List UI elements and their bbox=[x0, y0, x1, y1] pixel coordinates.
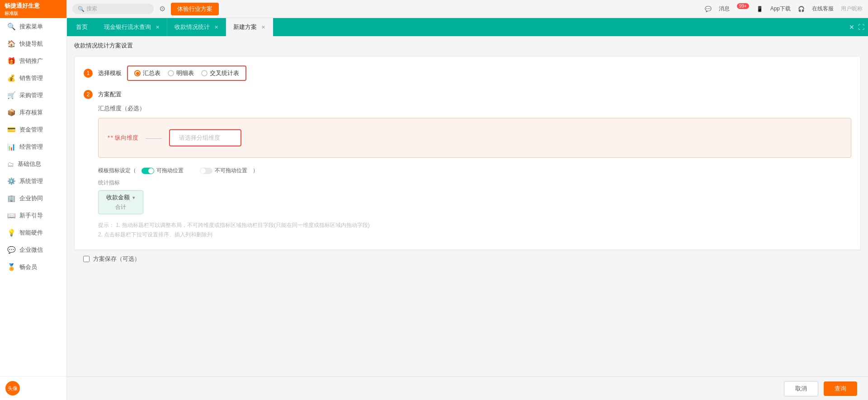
download-label[interactable]: App下载 bbox=[770, 5, 791, 13]
member-icon: 🏅 bbox=[7, 263, 16, 271]
metrics-label: 统计指标 bbox=[98, 179, 851, 187]
toggle-draggable-label: 可拖动位置 bbox=[156, 167, 184, 174]
sidebar-item-inventory[interactable]: 📦库存核算 bbox=[0, 104, 66, 121]
metric-card-label: 收款金额 bbox=[106, 193, 130, 202]
sidebar-item-guide[interactable]: 📖新手引导 bbox=[0, 207, 66, 224]
step1-badge: 1 bbox=[84, 69, 93, 78]
step2-row: 2 方案配置 bbox=[84, 90, 851, 99]
wechat-icon: 💬 bbox=[7, 246, 16, 254]
tab-receipt-stats-label: 收款情况统计 bbox=[175, 23, 210, 31]
tab-bar-right: ✕ ⛶ bbox=[849, 24, 868, 31]
smart-hw-icon: 💡 bbox=[7, 229, 16, 237]
sidebar-item-finance[interactable]: 💳资金管理 bbox=[0, 121, 66, 138]
sidebar-item-label: 企业协同 bbox=[19, 194, 43, 202]
sidebar-item-wechat[interactable]: 💬企业微信 bbox=[0, 241, 66, 259]
service-label[interactable]: 在线客服 bbox=[812, 5, 834, 13]
vertical-dim-select[interactable]: 请选择分组维度 bbox=[169, 129, 241, 146]
toggle-draggable[interactable]: 可拖动位置 bbox=[142, 167, 184, 174]
tab-home-label: 首页 bbox=[76, 23, 88, 31]
basic-info-icon: 🗂 bbox=[7, 160, 14, 168]
main-area: 🔍 搜索 ⚙ 体验行业方案 💬 消息 99+ 📱 App下载 🎧 在线客服 用户… bbox=[67, 0, 868, 400]
quick-nav-icon: 🏠 bbox=[7, 40, 16, 48]
tab-expand-icon[interactable]: ⛶ bbox=[858, 24, 864, 31]
logo-text: 畅捷通好生意 bbox=[5, 2, 40, 10]
radio-crosstab-label: 交叉统计表 bbox=[210, 69, 239, 77]
tips-section: 提示： 1. 拖动标题栏可以调整布局，不可跨维度或指标区域拖动栏目字段(只能在同… bbox=[98, 221, 851, 239]
logo-sub: 标准版 bbox=[5, 10, 40, 17]
radio-detail[interactable]: 明细表 bbox=[168, 69, 194, 77]
topbar-search[interactable]: 🔍 搜索 bbox=[72, 4, 154, 14]
sidebar-item-label: 资金管理 bbox=[19, 126, 43, 134]
metrics-section: 统计指标 收款金额 ▾ 合计 bbox=[98, 179, 851, 214]
message-label: 消息 bbox=[719, 5, 730, 13]
metric-card-receipt[interactable]: 收款金额 ▾ 合计 bbox=[98, 190, 143, 214]
chevron-down-icon: ▾ bbox=[132, 195, 135, 201]
sales-icon: 💰 bbox=[7, 74, 16, 82]
cancel-button[interactable]: 取消 bbox=[784, 381, 818, 396]
sidebar-item-operations[interactable]: 📊经营管理 bbox=[0, 138, 66, 155]
download-icon: 📱 bbox=[756, 6, 763, 12]
step1-row: 1 选择模板 汇总表 明细表 交叉统计表 bbox=[84, 66, 851, 81]
finance-icon: 💳 bbox=[7, 126, 16, 134]
sidebar-item-search-menu[interactable]: 🔍搜索菜单 bbox=[0, 18, 66, 35]
sidebar-item-label: 企业微信 bbox=[19, 246, 43, 254]
radio-summary[interactable]: 汇总表 bbox=[134, 69, 160, 77]
sidebar-item-member[interactable]: 🏅畅会员 bbox=[0, 259, 66, 276]
tab-new-plan[interactable]: 新建方案 ✕ bbox=[226, 18, 273, 36]
toggle-nondraggable[interactable]: 不可拖动位置 bbox=[200, 167, 247, 174]
tab-bank-flow-label: 现金银行流水查询 bbox=[104, 23, 151, 31]
metric-card-sub: 合计 bbox=[115, 203, 126, 211]
metrics-separator bbox=[189, 167, 194, 174]
sidebar-item-system[interactable]: ⚙️系统管理 bbox=[0, 173, 66, 190]
metric-card-header: 收款金额 ▾ bbox=[106, 193, 135, 202]
sidebar-bottom: 头像 bbox=[0, 376, 66, 400]
tab-bank-flow-close[interactable]: ✕ bbox=[156, 24, 160, 30]
sidebar-item-basic-info[interactable]: 🗂基础信息 bbox=[0, 155, 66, 173]
enterprise-icon: 🏢 bbox=[7, 194, 16, 202]
search-icon: 🔍 bbox=[78, 6, 85, 12]
tab-new-plan-close[interactable]: ✕ bbox=[261, 24, 265, 30]
action-button[interactable]: 体验行业方案 bbox=[171, 3, 219, 15]
sidebar-item-label: 智能硬件 bbox=[19, 229, 43, 237]
purchase-icon: 🛒 bbox=[7, 91, 16, 99]
sidebar-item-label: 畅会员 bbox=[19, 263, 37, 271]
settings-box: 1 选择模板 汇总表 明细表 交叉统计表 bbox=[74, 56, 861, 250]
guide-icon: 📖 bbox=[7, 212, 16, 220]
operations-icon: 📊 bbox=[7, 143, 16, 151]
sidebar-logo: 畅捷通好生意 标准版 bbox=[0, 0, 66, 18]
step2-content: 汇总维度（必选） ** 纵向维度 —— 请选择分组维度 模板指标设定（ 可拖动位… bbox=[98, 104, 851, 239]
tab-home[interactable]: 首页 bbox=[67, 18, 97, 36]
sidebar-item-smart-hw[interactable]: 💡智能硬件 bbox=[0, 224, 66, 241]
toggle-draggable-dot bbox=[142, 168, 154, 174]
radio-summary-dot bbox=[134, 70, 141, 76]
tab-bank-flow[interactable]: 现金银行流水查询 ✕ bbox=[97, 18, 167, 36]
sidebar-item-enterprise[interactable]: 🏢企业协同 bbox=[0, 190, 66, 207]
metrics-config-close: ） bbox=[253, 167, 258, 174]
vertical-dim-label: ** 纵向维度 bbox=[108, 134, 138, 142]
save-label: 方案保存（可选） bbox=[93, 255, 140, 263]
save-checkbox[interactable] bbox=[83, 256, 90, 262]
sidebar-item-quick-nav[interactable]: 🏠快捷导航 bbox=[0, 35, 66, 52]
tab-new-plan-label: 新建方案 bbox=[233, 23, 257, 31]
search-placeholder: 搜索 bbox=[86, 5, 97, 13]
gear-icon[interactable]: ⚙ bbox=[159, 5, 165, 13]
sidebar-item-label: 销售管理 bbox=[19, 74, 43, 82]
sidebar-item-label: 基础信息 bbox=[18, 160, 41, 168]
tab-receipt-stats-close[interactable]: ✕ bbox=[214, 24, 218, 30]
sidebar-item-marketing[interactable]: 🎁营销推广 bbox=[0, 52, 66, 70]
radio-crosstab[interactable]: 交叉统计表 bbox=[201, 69, 239, 77]
tab-receipt-stats[interactable]: 收款情况统计 ✕ bbox=[167, 18, 226, 36]
tab-close-all-icon[interactable]: ✕ bbox=[849, 24, 854, 31]
sidebar-item-label: 新手引导 bbox=[19, 212, 43, 220]
query-button[interactable]: 查询 bbox=[824, 381, 857, 396]
page-title: 收款情况统计方案设置 bbox=[74, 42, 861, 50]
sidebar-item-sales[interactable]: 💰销售管理 bbox=[0, 70, 66, 87]
marketing-icon: 🎁 bbox=[7, 57, 16, 65]
sidebar-item-purchase[interactable]: 🛒采购管理 bbox=[0, 87, 66, 104]
system-icon: ⚙️ bbox=[7, 177, 16, 185]
dimension-area: ** 纵向维度 —— 请选择分组维度 bbox=[98, 118, 851, 158]
tip-1: 提示： 1. 拖动标题栏可以调整布局，不可跨维度或指标区域拖动栏目字段(只能在同… bbox=[98, 221, 851, 229]
topbar: 🔍 搜索 ⚙ 体验行业方案 💬 消息 99+ 📱 App下载 🎧 在线客服 用户… bbox=[67, 0, 868, 18]
user-name: 用户昵称 bbox=[841, 5, 863, 13]
sidebar-item-label: 采购管理 bbox=[19, 91, 43, 99]
